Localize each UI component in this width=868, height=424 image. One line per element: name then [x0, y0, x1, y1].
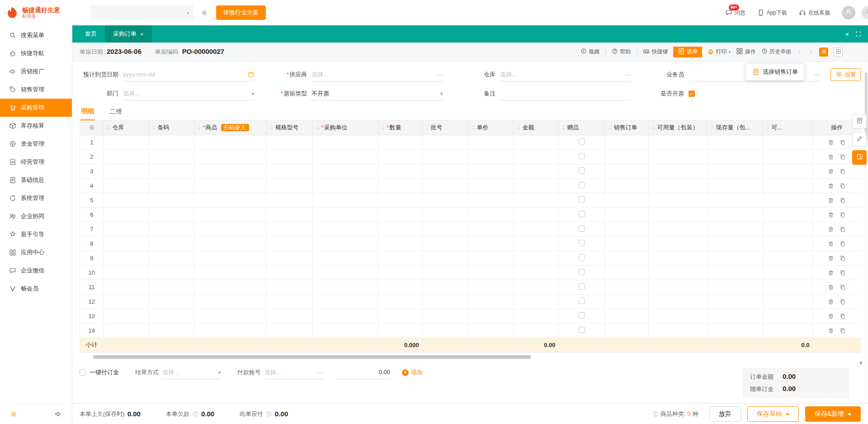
cell-available_pack[interactable] [648, 280, 707, 294]
cell-stock_pack[interactable] [707, 207, 763, 222]
col-header-amount[interactable]: 金额 [514, 120, 558, 135]
cell-unit[interactable] [312, 135, 378, 149]
delete-row-icon[interactable] [828, 168, 834, 175]
cell-warehouse[interactable] [104, 309, 149, 323]
table-row[interactable]: 10 [80, 265, 861, 280]
gift-checkbox[interactable] [579, 327, 585, 333]
cell-warehouse[interactable] [104, 323, 149, 338]
cell-available_pack[interactable] [648, 178, 707, 193]
cell-spec[interactable] [266, 294, 312, 309]
table-row[interactable]: 2 [80, 149, 861, 164]
messages-menu[interactable]: 99+ 消息 [725, 9, 745, 17]
list-view-button[interactable] [819, 48, 828, 57]
department-select[interactable]: 选择... ▾ [123, 87, 255, 100]
cell-product[interactable] [194, 294, 266, 309]
pick-order-button[interactable]: 选单 [673, 47, 702, 57]
copy-row-icon[interactable] [840, 241, 846, 247]
delete-row-icon[interactable] [828, 197, 834, 204]
close-all-tabs-icon[interactable]: × [845, 31, 849, 38]
warehouse-select[interactable]: 选择... ⋯ [500, 68, 632, 81]
delete-row-icon[interactable] [828, 313, 834, 319]
sort-icon[interactable] [381, 125, 385, 130]
cell-qty[interactable] [378, 265, 422, 280]
sidebar-gear-icon[interactable] [10, 410, 17, 418]
cell-warehouse[interactable] [104, 222, 149, 236]
cell-stock_pack[interactable] [707, 309, 763, 323]
help-button[interactable]: 帮助 [612, 48, 631, 56]
grid-view-button[interactable] [834, 48, 843, 57]
cell-product[interactable] [194, 207, 266, 222]
cell-barcode[interactable] [149, 236, 194, 251]
delete-row-icon[interactable] [828, 241, 834, 247]
copy-row-icon[interactable] [840, 328, 846, 334]
cell-price[interactable] [468, 294, 514, 309]
pick-sales-order-item[interactable]: 选择销售订单 [763, 68, 798, 76]
tab-dimension[interactable]: 二维 [108, 108, 123, 120]
table-row[interactable]: 13 [80, 309, 861, 323]
cell-sales_order[interactable] [605, 280, 648, 294]
cell-sales_order[interactable] [605, 309, 648, 323]
cell-stock_pack[interactable] [707, 280, 763, 294]
cell-batch[interactable] [422, 164, 468, 178]
cell-sales_order[interactable] [605, 207, 648, 222]
settle-method-select[interactable]: 选择... ▾ [162, 366, 221, 379]
cell-available_pack[interactable] [648, 265, 707, 280]
invoice-flag-checkbox[interactable] [689, 91, 695, 97]
cell-available_trunc[interactable] [763, 207, 812, 222]
table-row[interactable]: 4 [80, 178, 861, 193]
col-header-unit[interactable]: *采购单位 [312, 120, 378, 135]
copy-row-icon[interactable] [840, 255, 846, 262]
cell-price[interactable] [468, 251, 514, 265]
cell-available_trunc[interactable] [763, 309, 812, 323]
cell-unit[interactable] [312, 222, 378, 236]
cell-spec[interactable] [266, 178, 312, 193]
cell-barcode[interactable] [149, 164, 194, 178]
cell-price[interactable] [468, 193, 514, 207]
cell-amount[interactable] [514, 265, 558, 280]
col-header-available_pack[interactable]: 可用量（包装） [648, 120, 707, 135]
cell-barcode[interactable] [149, 222, 194, 236]
cell-price[interactable] [468, 309, 514, 323]
sidebar-item-12[interactable]: 应用中心 [0, 243, 72, 262]
cell-available_trunc[interactable] [763, 149, 812, 164]
sidebar-item-5[interactable]: 库存核算 [0, 117, 72, 135]
cell-barcode[interactable] [149, 309, 194, 323]
cell-qty[interactable] [378, 193, 422, 207]
cell-amount[interactable] [514, 294, 558, 309]
col-header-spec[interactable]: 规格型号 [266, 120, 312, 135]
sidebar-item-9[interactable]: 系统管理 [0, 189, 72, 207]
cell-warehouse[interactable] [104, 193, 149, 207]
col-header-sales_order[interactable]: 销售订单 [605, 120, 648, 135]
cell-stock_pack[interactable] [707, 164, 763, 178]
cell-spec[interactable] [266, 323, 312, 338]
cell-barcode[interactable] [149, 178, 194, 193]
fullscreen-icon[interactable] [855, 31, 862, 37]
cell-qty[interactable] [378, 207, 422, 222]
cell-unit[interactable] [312, 323, 378, 338]
table-row[interactable]: 14 [80, 323, 861, 338]
col-header-qty[interactable]: *数量 [378, 120, 422, 135]
cell-unit[interactable] [312, 280, 378, 294]
sort-icon[interactable] [517, 125, 521, 130]
print-button[interactable]: 打印▾ [708, 48, 731, 56]
cell-available_trunc[interactable] [763, 222, 812, 236]
gift-checkbox[interactable] [579, 283, 585, 290]
tab-home[interactable]: 首页 [77, 25, 105, 43]
scan-entry-button[interactable]: 扫码录入 [221, 124, 249, 131]
calendar-icon[interactable] [248, 71, 255, 78]
cell-unit[interactable] [312, 207, 378, 222]
cell-amount[interactable] [514, 149, 558, 164]
more-icon[interactable]: ⋯ [814, 71, 820, 78]
table-row[interactable]: 6 [80, 207, 861, 222]
cell-available_pack[interactable] [648, 149, 707, 164]
cell-qty[interactable] [378, 222, 422, 236]
table-row[interactable]: 9 [80, 251, 861, 265]
cell-available_pack[interactable] [648, 294, 707, 309]
sort-icon[interactable] [561, 125, 566, 130]
cell-qty[interactable] [378, 309, 422, 323]
cell-qty[interactable] [378, 294, 422, 309]
cell-spec[interactable] [266, 135, 312, 149]
delete-row-icon[interactable] [828, 328, 834, 334]
cell-batch[interactable] [422, 178, 468, 193]
copy-row-icon[interactable] [840, 212, 846, 218]
